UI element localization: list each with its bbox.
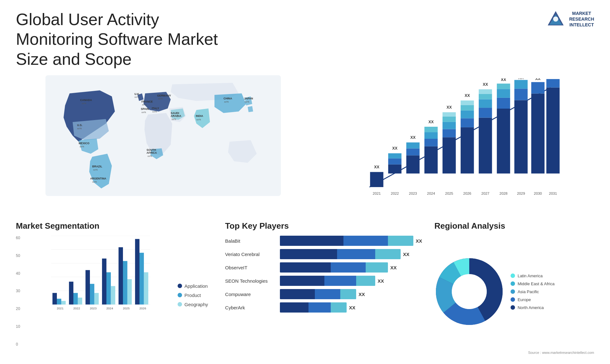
- svg-text:xx%: xx%: [82, 102, 86, 105]
- seg-y-axis: 60 50 40 30 20 10 0: [16, 236, 24, 354]
- svg-text:2028: 2028: [499, 192, 507, 195]
- reg-label-asia-pacific: Asia Pacific: [518, 289, 539, 294]
- regional-title: Regional Analysis: [434, 221, 594, 231]
- seg-chart-area: 60 50 40 30 20 10 0: [16, 236, 216, 354]
- svg-rect-81: [497, 84, 510, 89]
- player-row-balabit: BalaBit XX: [225, 236, 425, 246]
- players-container: Top Key Players BalaBit XX Veriato Cere: [225, 221, 425, 354]
- svg-text:2031: 2031: [549, 192, 557, 195]
- svg-text:ITALY: ITALY: [152, 107, 159, 110]
- reg-dot-north-america: [511, 305, 515, 310]
- svg-rect-105: [61, 301, 66, 304]
- legend-dot-application: [178, 284, 182, 288]
- logo-text: MARKET RESEARCH INTELLECT: [569, 10, 594, 28]
- svg-text:CANADA: CANADA: [80, 98, 92, 102]
- svg-rect-52: [424, 139, 438, 146]
- svg-rect-125: [144, 272, 148, 304]
- svg-text:XX: XX: [447, 105, 452, 110]
- seg-bars-area: 2021 2022 2023: [30, 236, 171, 354]
- svg-text:GERMANY: GERMANY: [157, 94, 171, 97]
- top-section: CANADA xx% U.S. xx% MEXICO xx% BRAZIL xx…: [16, 75, 594, 215]
- svg-rect-72: [479, 108, 492, 118]
- donut-chart: [434, 257, 504, 327]
- legend-label-application: Application: [185, 283, 208, 289]
- legend-item-geography: Geography: [178, 302, 216, 307]
- svg-text:U.K.: U.K.: [134, 92, 140, 96]
- svg-rect-111: [85, 270, 90, 304]
- player-value-cyberark: XX: [349, 305, 356, 310]
- svg-text:XX: XX: [410, 135, 416, 140]
- svg-rect-89: [531, 94, 545, 174]
- svg-rect-60: [443, 117, 456, 122]
- logo-area: MARKET RESEARCH INTELLECT: [546, 10, 594, 29]
- svg-text:xx%: xx%: [147, 155, 152, 158]
- svg-text:2023: 2023: [90, 307, 97, 310]
- logo-icon: [546, 10, 565, 29]
- player-name-seon: SEON Technologies: [225, 278, 276, 284]
- svg-rect-54: [424, 127, 438, 132]
- svg-rect-115: [102, 259, 106, 305]
- svg-rect-57: [443, 137, 456, 173]
- svg-rect-78: [497, 109, 510, 173]
- svg-text:XX: XX: [465, 93, 470, 98]
- svg-text:2026: 2026: [463, 192, 471, 195]
- svg-text:U.S.: U.S.: [77, 124, 83, 127]
- svg-rect-47: [406, 149, 420, 156]
- svg-text:INDIA: INDIA: [196, 114, 203, 118]
- legend-label-geography: Geography: [185, 302, 208, 307]
- reg-legend-europe: Europe: [511, 297, 554, 302]
- svg-rect-67: [461, 105, 474, 111]
- svg-rect-48: [406, 143, 420, 149]
- player-bar-observeit-bar: [280, 262, 388, 273]
- svg-text:XX: XX: [550, 78, 556, 79]
- legend-label-product: Product: [185, 293, 201, 298]
- header: Global User Activity Monitoring Software…: [16, 10, 594, 69]
- reg-label-north-america: North America: [518, 305, 544, 310]
- player-bar-veriato: XX: [280, 249, 425, 259]
- svg-rect-108: [73, 293, 78, 304]
- svg-rect-64: [461, 127, 474, 173]
- svg-rect-68: [461, 101, 474, 105]
- svg-text:XX: XX: [518, 78, 524, 80]
- svg-rect-80: [497, 89, 510, 98]
- svg-rect-59: [443, 122, 456, 129]
- svg-rect-123: [135, 239, 139, 304]
- player-row-veriato: Veriato Cerebral XX: [225, 249, 425, 259]
- svg-text:xx%: xx%: [224, 101, 229, 104]
- reg-label-europe: Europe: [518, 297, 531, 302]
- svg-rect-121: [127, 279, 132, 305]
- svg-text:CHINA: CHINA: [224, 97, 232, 100]
- svg-text:2021: 2021: [57, 307, 64, 310]
- player-bar-observeit: XX: [280, 262, 425, 273]
- svg-rect-86: [514, 80, 528, 89]
- svg-text:XX: XX: [501, 78, 506, 82]
- svg-text:2030: 2030: [534, 192, 542, 195]
- player-bar-cyberark-bar: [280, 302, 347, 313]
- svg-rect-85: [514, 89, 528, 100]
- svg-rect-117: [111, 286, 115, 305]
- svg-text:2021: 2021: [373, 192, 381, 195]
- player-value-observeit: XX: [390, 265, 397, 270]
- regional-legend: Latin America Middle East & Africa Asia …: [511, 273, 554, 310]
- svg-text:SOUTH: SOUTH: [146, 148, 156, 152]
- svg-rect-42: [388, 158, 402, 165]
- svg-text:XX: XX: [483, 82, 488, 87]
- svg-rect-74: [479, 94, 492, 99]
- reg-legend-middle-east: Middle East & Africa: [511, 281, 554, 286]
- svg-text:xx%: xx%: [196, 118, 201, 121]
- svg-text:SPAIN: SPAIN: [141, 107, 149, 111]
- player-bar-seon-bar: [280, 276, 375, 286]
- player-value-balabit: XX: [416, 238, 422, 244]
- svg-text:AFRICA: AFRICA: [146, 151, 157, 154]
- bottom-section: Market Segmentation 60 50 40 30 20 10 0: [16, 221, 594, 354]
- svg-rect-43: [388, 153, 402, 158]
- player-row-compuware: Compuware XX: [225, 289, 425, 299]
- source-text: Source : www.marketresearchintellect.com: [434, 351, 594, 354]
- svg-text:XX: XX: [535, 78, 541, 81]
- player-name-veriato: Veriato Cerebral: [225, 252, 276, 257]
- player-name-cyberark: CyberArk: [225, 305, 276, 310]
- svg-text:2022: 2022: [391, 192, 399, 195]
- segmentation-title: Market Segmentation: [16, 221, 216, 231]
- player-row-seon: SEON Technologies XX: [225, 276, 425, 286]
- seg-chart-svg: 2021 2022 2023: [30, 236, 171, 318]
